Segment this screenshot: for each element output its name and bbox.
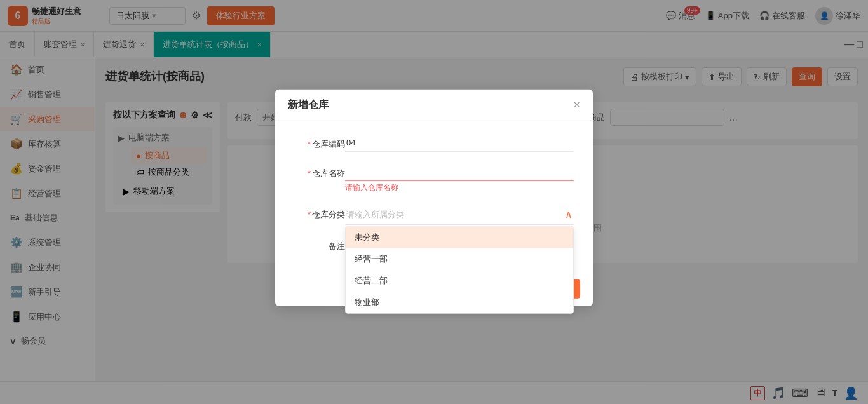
notes-label: 备注 <box>294 236 345 252</box>
warehouse-category-field: 请输入所属分类 ∧ 未分类 经营一部 经营二部 物业部 <box>345 205 574 225</box>
category-dropdown-arrow: ∧ <box>565 208 573 220</box>
warehouse-name-row: 仓库名称 请输入仓库名称 <box>294 163 574 193</box>
category-dropdown-list: 未分类 经营一部 经营二部 物业部 <box>345 226 574 314</box>
warehouse-category-label: 仓库分类 <box>294 205 345 220</box>
warehouse-category-select[interactable]: 请输入所属分类 ∧ <box>345 205 574 225</box>
dropdown-option-3[interactable]: 物业部 <box>346 292 573 313</box>
add-warehouse-modal: 新增仓库 × 仓库编码 仓库名称 请输入仓库名称 仓库分类 请输入所属分类 ∧ <box>275 90 593 306</box>
dropdown-option-2[interactable]: 经营二部 <box>346 270 573 292</box>
dropdown-option-0[interactable]: 未分类 <box>346 227 573 248</box>
modal-title: 新增仓库 <box>288 98 329 112</box>
modal-body: 仓库编码 仓库名称 请输入仓库名称 仓库分类 请输入所属分类 ∧ <box>275 121 593 272</box>
warehouse-name-label: 仓库名称 <box>294 163 345 179</box>
warehouse-category-row: 仓库分类 请输入所属分类 ∧ 未分类 经营一部 经营二部 物业部 <box>294 205 574 225</box>
warehouse-code-label: 仓库编码 <box>294 134 345 150</box>
warehouse-name-input[interactable] <box>345 163 574 181</box>
modal-header: 新增仓库 × <box>275 90 593 121</box>
warehouse-code-input[interactable] <box>345 134 574 152</box>
warehouse-name-error: 请输入仓库名称 <box>345 182 574 193</box>
modal-close-button[interactable]: × <box>573 98 580 112</box>
dropdown-option-1[interactable]: 经营一部 <box>346 248 573 270</box>
warehouse-name-field: 请输入仓库名称 <box>345 163 574 193</box>
warehouse-code-field <box>345 134 574 152</box>
warehouse-code-row: 仓库编码 <box>294 134 574 152</box>
category-placeholder: 请输入所属分类 <box>346 208 404 220</box>
